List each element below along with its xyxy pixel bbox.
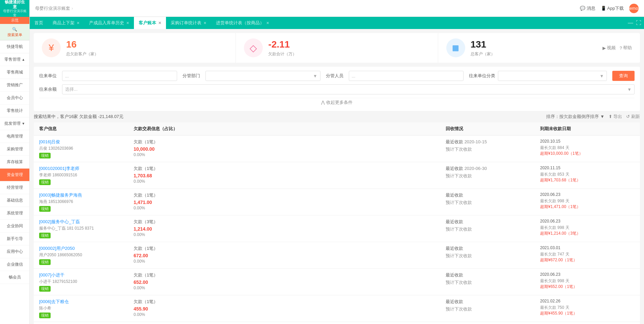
tab-product-onoff-label: 商品上下架 [53,20,75,26]
tab-purchase-stats-close[interactable]: ✕ [203,21,206,25]
collapse-row[interactable]: ⋀ 收起更多条件 [39,98,635,107]
tab-inbound-stats[interactable]: 进货单统计表（按商品） ✕ [211,17,274,29]
customer-name-4[interactable]: [000002]用户2050 [39,245,134,252]
owe-amount-6[interactable]: 455.90 [134,306,446,312]
topbar-left: 母婴行业演示账套 › [35,5,73,11]
overdue-days-3: 最长欠款 998 天 [540,225,635,231]
stat-label-owe-total: 欠款合计（万） [268,51,297,57]
sidebar-item-collab[interactable]: 企业协同 [0,220,29,233]
overdue-link-1[interactable]: 超期¥1,703.68（1笔） [540,177,635,183]
sidebar-item-purchase[interactable]: 采购管理 [0,143,29,156]
sidebar-item-system[interactable]: 系统管理 [0,207,29,220]
owe-info-0: 欠款（1笔） 10,000.00 0.00% [134,139,446,157]
tab-inbound-history-close[interactable]: ✕ [126,21,129,25]
overdue-days-5: 最长欠款 998 天 [540,278,635,284]
tabs-maximize[interactable]: ⛶ [636,20,641,26]
sidebar-item-retail-stats[interactable]: 零售统计 [0,105,29,117]
filter-select-balance[interactable]: 选择... ▼ [62,84,635,94]
message-icon[interactable]: 💬 消息 [580,5,595,11]
logo-text: 畅捷通好生意 [3,0,27,9]
stat-card-owe-total: ◇ -2.11 欠款合计（万） [236,33,438,63]
breadcrumb-arrow: › [72,6,73,11]
refresh-button[interactable]: ↺ 刷新 [626,114,640,120]
sidebar-item-retail-mall[interactable]: 零售商城 [0,66,29,79]
overdue-link-6[interactable]: 超期¥455.90（1笔） [540,311,635,316]
customer-phone-3: 服务中心_丁磊 181 0125 8371 [39,226,134,231]
overdue-link-5[interactable]: 超期¥652.00（1笔） [540,284,635,290]
table-row: [0007]小进干 小进干 18279152100 现销 欠款（1笔） 652.… [34,269,640,295]
sidebar-item-basic-info[interactable]: 基础信息 [0,194,29,207]
sidebar-item-ecommerce[interactable]: 电商管理 [0,130,29,143]
filter-input-dept[interactable]: ▼ [205,71,320,81]
help-icon[interactable]: ? 帮助 [620,45,632,51]
filter-row-2: 往来余额 选择... ▼ [39,84,635,94]
customer-phone-0: 吕俊 13026203696 [39,146,134,151]
table-row-inner-2: [0003]畅捷服务尹海燕 海燕 18513066976 现销 欠款（1笔） 1… [34,189,640,215]
sidebar-item-marketing[interactable]: 营销推广 [0,79,29,92]
overdue-link-3[interactable]: 超期¥1,214.00（3笔） [540,231,635,236]
sidebar-item-guide[interactable]: 新手引导 [0,233,29,245]
customer-name-6[interactable]: [0006]去下粮仓 [39,299,134,305]
search-menu[interactable]: 🔍 搜索菜单 [0,24,29,40]
tab-purchase-stats-label: 采购订单统计表 [171,20,201,26]
sidebar-item-apps[interactable]: 应用中心 [0,245,29,258]
logo-area: 畅捷通好生意 母婴行业演示账套 [0,0,29,17]
tab-customer-ledger[interactable]: 客户账本 ✕ [134,17,166,29]
sidebar-item-operation[interactable]: 经营管理 [0,181,29,194]
tab-home[interactable]: 首页 [30,17,48,29]
owe-amount-2[interactable]: 1,471.00 [134,200,446,205]
overdue-link-2[interactable]: 超期¥1,471.00（1笔） [540,204,635,210]
tab-product-onoff-close[interactable]: ✕ [77,21,80,25]
recovery-info-4: 最近收款 预计下次收款 [446,245,540,259]
stat-icon-total: ▦ [446,38,465,57]
filter-label-from-unit: 往来单位 [39,73,59,79]
filter-input-unit-class[interactable]: ▼ [498,71,607,81]
tab-purchase-stats[interactable]: 采购订单统计表 ✕ [166,17,211,29]
owe-amount-3[interactable]: 1,214.00 [134,226,446,232]
tab-inbound-stats-close[interactable]: ✕ [266,21,269,25]
avatar[interactable]: demo2 [629,4,639,13]
customer-badge-4: 现销 [39,259,51,265]
app-download[interactable]: 📱 App下载 [601,5,624,11]
recovery-info-1: 最近收款 2020-06-30 预计下次收款 [446,166,540,179]
owe-amount-4[interactable]: 672.00 [134,253,446,258]
overdue-link-4[interactable]: 超期¥672.00（1笔） [540,257,635,263]
overdue-link-0[interactable]: 超期¥10,000.00（1笔） [540,151,635,156]
sort-label[interactable]: 排序：按欠款金额倒序排序 ▼ [546,114,604,120]
recovery-info-0: 最近收款 2020-10-15 预计下次收款 [446,139,540,152]
quick-nav-label: 快捷导航 [7,44,23,49]
video-icon[interactable]: ▶ 视频 [603,45,616,51]
sidebar-item-inventory[interactable]: 库存核算 [0,156,29,169]
customer-badge-6: 现销 [39,313,51,318]
sidebar-item-wholesale[interactable]: 批发管理 ▼ [0,117,29,130]
customer-name-1[interactable]: [0001020001]李老师 [39,166,134,172]
recovery-info-3: 最近收款 预计下次收款 [446,219,540,232]
tab-inbound-history[interactable]: 产成品入库单历史 ✕ [84,17,134,29]
sidebar-item-member2[interactable]: 畅会员 [0,271,29,284]
tab-product-onoff[interactable]: 商品上下架 ✕ [48,17,84,29]
customer-name-3[interactable]: [0002]服务中心_丁磊 [39,219,134,225]
filter-input-from-unit[interactable]: ... [62,71,177,81]
sidebar-item-wechat[interactable]: 企业微信 [0,258,29,271]
tab-customer-ledger-close[interactable]: ✕ [158,21,161,25]
owe-info-5: 欠款（1笔） 652.00 0.00% [134,272,446,290]
sidebar-item-member[interactable]: 会员中心 [0,92,29,105]
export-button[interactable]: ⬆ 导出 [609,114,622,120]
owe-amount-5[interactable]: 652.00 [134,279,446,285]
tabs-minimize[interactable]: — [628,20,633,26]
owe-amount-0[interactable]: 10,000.00 [134,146,446,152]
customer-name-5[interactable]: [0007]小进干 [39,272,134,278]
sidebar-item-finance[interactable]: 资金管理 [0,169,29,181]
owe-count-4: 欠款（1笔） [134,245,446,252]
owe-amount-1[interactable]: 1,703.68 [134,173,446,178]
customer-name-0[interactable]: [0016]吕俊 [39,139,134,145]
sidebar: 畅捷通好生意 母婴行业演示账套 示范 🔍 搜索菜单 快捷导航 零售管理 ▲ 零售… [0,0,30,324]
quick-nav[interactable]: 快捷导航 [0,40,29,53]
customer-name-2[interactable]: [0003]畅捷服务尹海燕 [39,192,134,198]
sidebar-item-retail-mgmt[interactable]: 零售管理 ▲ [0,53,29,66]
customer-phone-6: 陈小希 [39,305,134,311]
person-dots: ... [352,73,356,79]
filter-input-person[interactable]: ... [349,71,464,81]
search-button[interactable]: 查询 [612,71,635,81]
next-collect-3: 预计下次收款 [446,226,540,232]
